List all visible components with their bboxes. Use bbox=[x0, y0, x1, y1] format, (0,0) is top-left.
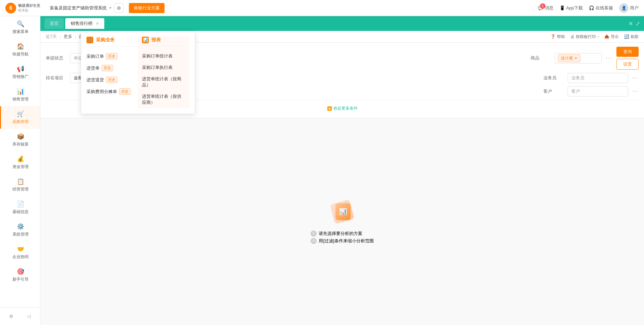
tip-text-2: 用[过滤]条件来缩小分析范围 bbox=[319, 238, 373, 244]
set-button[interactable]: 设置 bbox=[616, 59, 639, 70]
tab-home-label: 首页 bbox=[50, 21, 59, 27]
export-label: 导出 bbox=[611, 34, 619, 40]
sidebar-item-basic-info[interactable]: 📄 基础信息 bbox=[0, 196, 40, 219]
tab-close-icon[interactable]: ✕ bbox=[96, 22, 99, 26]
dropdown-item-return[interactable]: 进货退货 历史 bbox=[86, 74, 138, 86]
expense-label: 采购费用分摊单 bbox=[86, 89, 117, 95]
sidebar-label-finance: 资金管理 bbox=[12, 164, 29, 170]
return-hist[interactable]: 历史 bbox=[106, 77, 117, 83]
goods-input-area[interactable]: 设计素 ✕ bbox=[555, 53, 602, 64]
sidebar-item-inventory[interactable]: 📦 库存核算 bbox=[0, 129, 40, 151]
empty-state: 📊 ① 请先选择要分析的方案 ② 用[过滤]条件来缩小分析范围 bbox=[311, 198, 373, 245]
collapse-btn[interactable]: 🔼 收起更多条件 bbox=[324, 103, 360, 114]
tip-text-1: 请先选择要分析的方案 bbox=[319, 231, 362, 237]
user-btn[interactable]: 👤 用户 bbox=[619, 3, 639, 13]
sidebar-item-finance[interactable]: 💰 资金管理 bbox=[0, 151, 40, 174]
query-button[interactable]: 查询 bbox=[616, 47, 639, 57]
help-icon: ❓ bbox=[550, 34, 556, 39]
salesperson-select[interactable]: 业务员 bbox=[568, 73, 628, 83]
system-icon: ⚙️ bbox=[17, 223, 24, 230]
help-label: 帮助 bbox=[557, 34, 565, 40]
report-section-icon: 📊 bbox=[142, 37, 149, 43]
tab-home[interactable]: 首页 bbox=[44, 18, 64, 29]
customer-more-btn[interactable]: ··· bbox=[632, 88, 639, 94]
goods-more-btn[interactable]: ··· bbox=[606, 55, 612, 61]
print-chevron[interactable]: ▾ bbox=[597, 35, 599, 39]
avatar-icon: 👤 bbox=[621, 6, 627, 10]
operations-icon: 📋 bbox=[17, 178, 24, 185]
goods-label: 商品 bbox=[531, 55, 551, 61]
empty-icon-wrapper: 📊 bbox=[329, 198, 359, 229]
system-gear-button[interactable]: ⚙ bbox=[114, 3, 123, 13]
rank-label: 排名项目 bbox=[46, 75, 66, 81]
help-btn[interactable]: ❓ 帮助 bbox=[550, 34, 565, 40]
sidebar-item-operations[interactable]: 📋 经营管理 bbox=[0, 174, 40, 196]
content-area: 首页 销售排行榜 ✕ ✕ ⤢ 近7天 | 更多 | 自定义 -12-31 bbox=[40, 16, 644, 325]
dropdown-item-incoming[interactable]: 进货单 历史 bbox=[86, 62, 138, 74]
empty-tips: ① 请先选择要分析的方案 ② 用[过滤]条件来缩小分析范围 bbox=[311, 229, 373, 245]
online-service-btn[interactable]: 🎧 在线客服 bbox=[589, 5, 613, 11]
goods-stat-label: 进货单统计表（按商品） bbox=[142, 76, 185, 88]
order-exec-label: 采购订单执行表 bbox=[142, 65, 173, 71]
tab-sales-rank-label: 销售排行榜 bbox=[71, 21, 93, 27]
sidebar-collapse-btn[interactable]: ◁ bbox=[24, 312, 33, 321]
dropdown-item-order-exec[interactable]: 采购订单执行表 bbox=[142, 62, 185, 73]
export-btn[interactable]: 📤 导出 bbox=[604, 34, 619, 40]
purchase-dropdown: 🛒 采购业务 采购订单 历史 进货单 历史 进货退货 历史 bbox=[81, 31, 195, 114]
tip-num-2: ② bbox=[311, 238, 317, 244]
messages-btn[interactable]: 💬 5 消息 bbox=[538, 5, 553, 11]
sidebar-label-search: 搜索菜单 bbox=[12, 29, 29, 35]
phone-icon: 📱 bbox=[560, 5, 565, 10]
logo-icon: 6 bbox=[5, 3, 16, 13]
sidebar-item-enterprise[interactable]: 🤝 企业协同 bbox=[0, 241, 40, 264]
print-btn[interactable]: 🖨 按模板打印 ▾ bbox=[570, 34, 599, 40]
empty-icon-front: 📊 bbox=[335, 203, 351, 220]
dropdown-item-expense[interactable]: 采购费用分摊单 历史 bbox=[86, 86, 138, 97]
sidebar-item-purchase[interactable]: 🛒 采购管理 bbox=[0, 106, 40, 129]
sidebar-label-purchase: 采购管理 bbox=[12, 119, 29, 125]
return-label: 进货退货 bbox=[86, 77, 104, 83]
purchase-section-icon: 🛒 bbox=[86, 37, 93, 43]
dropdown-item-purchase-order[interactable]: 采购订单 历史 bbox=[86, 50, 138, 62]
guide-icon: 🎯 bbox=[17, 268, 24, 275]
sidebar-label-system: 系统管理 bbox=[12, 232, 29, 237]
salesperson-more-btn[interactable]: ··· bbox=[632, 75, 639, 81]
sidebar-item-guide[interactable]: 🎯 新手引导 bbox=[0, 264, 40, 286]
tab-bar-maximize-icon[interactable]: ⤢ bbox=[636, 21, 640, 27]
app-download-btn[interactable]: 📱 App下载 bbox=[560, 5, 583, 11]
tab-bar-close-icon[interactable]: ✕ bbox=[629, 21, 633, 27]
enterprise-icon: 🤝 bbox=[17, 245, 24, 253]
report-section-title: 📊 报表 bbox=[142, 37, 185, 46]
goods-tag-close[interactable]: ✕ bbox=[574, 56, 577, 60]
sales-icon: 📊 bbox=[17, 88, 24, 95]
refresh-label: 刷新 bbox=[631, 34, 639, 40]
sidebar-label-sales: 销售管理 bbox=[12, 96, 29, 102]
system-dropdown-arrow[interactable]: ▾ bbox=[109, 6, 111, 10]
dropdown-item-order-stat[interactable]: 采购订单统计表 bbox=[142, 50, 185, 62]
dropdown-item-goods-stat[interactable]: 进货单统计表（按商品） bbox=[142, 73, 185, 91]
report-section-label: 报表 bbox=[151, 37, 161, 43]
expense-hist[interactable]: 历史 bbox=[119, 88, 131, 95]
dropdown-item-supplier-stat[interactable]: 进货单统计表（按供应商） bbox=[142, 91, 185, 108]
brand-sub: 标准版 bbox=[18, 8, 40, 13]
sidebar-item-search[interactable]: 🔍 搜索菜单 bbox=[0, 16, 40, 39]
incoming-hist[interactable]: 历史 bbox=[102, 65, 113, 71]
brand-info: 畅捷通好生意 标准版 bbox=[18, 3, 40, 12]
sidebar-item-system[interactable]: ⚙️ 系统管理 bbox=[0, 219, 40, 241]
sidebar-item-quick-nav[interactable]: 🏠 快捷导航 bbox=[0, 39, 40, 61]
sidebar-settings-btn[interactable]: ⚙ bbox=[7, 312, 16, 321]
time-sep-1: | bbox=[60, 34, 61, 39]
customer-select[interactable]: 客户 bbox=[568, 86, 628, 96]
sidebar-item-sales[interactable]: 📊 销售管理 bbox=[0, 84, 40, 106]
search-icon: 🔍 bbox=[17, 20, 24, 28]
time-sep-2: | bbox=[75, 34, 76, 39]
dropdown-purchase-section: 🛒 采购业务 采购订单 历史 进货单 历史 进货退货 历史 bbox=[86, 37, 138, 108]
refresh-btn[interactable]: 🔄 刷新 bbox=[624, 34, 639, 40]
tab-sales-rank[interactable]: 销售排行榜 ✕ bbox=[65, 18, 104, 29]
time-more-btn[interactable]: 更多 bbox=[64, 34, 72, 40]
sidebar-label-marketing: 营销推广 bbox=[12, 74, 29, 80]
logo-area: 6 畅捷通好生意 标准版 bbox=[5, 3, 46, 13]
industry-btn[interactable]: 体验行业方案 bbox=[129, 3, 165, 13]
purchase-order-hist[interactable]: 历史 bbox=[106, 53, 117, 59]
sidebar-item-marketing[interactable]: 📢 营销推广 bbox=[0, 61, 40, 84]
